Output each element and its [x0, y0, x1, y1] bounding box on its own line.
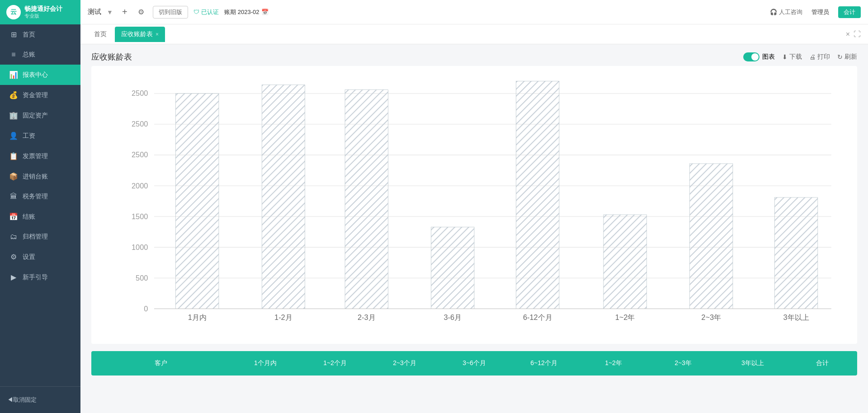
add-button[interactable]: + [118, 6, 131, 19]
sidebar-item-guide[interactable]: ▶ 新手引导 [0, 267, 80, 287]
sidebar-item-home[interactable]: ⊞ 首页 [0, 24, 80, 45]
sidebar-item-settings[interactable]: ⚙ 设置 [0, 247, 80, 267]
bar-chart: 2500 2500 2500 2000 1500 1000 500 0 1月内 [105, 75, 844, 333]
sidebar-label-home: 首页 [23, 31, 35, 39]
x-label-8: 3年以上 [783, 313, 809, 321]
settings-button[interactable]: ⚙ [135, 6, 147, 19]
headset-icon: 🎧 [770, 9, 777, 15]
tab-aging[interactable]: 应收账龄表 × [115, 27, 165, 42]
download-label: 下载 [789, 53, 802, 61]
sidebar-label-ledger: 总账 [23, 51, 35, 59]
x-label-4: 3-6月 [444, 313, 462, 321]
sidebar-item-fund[interactable]: 💰 资金管理 [0, 85, 80, 105]
cancel-fixed-button[interactable]: ◀取消固定 [0, 391, 80, 408]
sidebar-icon-closing: 📅 [9, 212, 18, 221]
chart-toggle[interactable]: 图表 [743, 52, 775, 61]
sidebar-label-fund: 资金管理 [23, 91, 48, 99]
sidebar-icon-tax: 🏛 [9, 192, 18, 201]
svg-text:0: 0 [144, 305, 148, 313]
accountant-button[interactable]: 会计 [838, 6, 861, 18]
sidebar-menu: ⊞ 首页 ≡ 总账 📊 报表中心 💰 资金管理 🏢 固定资产 👤 工资 📋 发票… [0, 24, 80, 386]
refresh-label: 刷新 [844, 53, 857, 61]
refresh-icon: ↻ [837, 53, 843, 61]
tab-aging-label: 应收账龄表 [121, 30, 153, 38]
sidebar-icon-archive: 🗂 [9, 233, 18, 241]
sidebar-icon-wage: 👤 [9, 131, 18, 140]
bar-6 [604, 215, 646, 309]
col-header-1-2m: 1~2个月 [300, 351, 370, 375]
bar-3 [345, 90, 388, 309]
print-label: 打印 [817, 53, 830, 61]
company-dropdown-icon[interactable]: ▼ [107, 9, 113, 16]
download-button[interactable]: ⬇ 下载 [782, 53, 802, 61]
calendar-icon[interactable]: 📅 [261, 9, 269, 15]
svg-text:2500: 2500 [132, 120, 148, 128]
page-header: 应收账龄表 图表 ⬇ 下载 🖨 打印 ↻ 刷新 [80, 44, 868, 66]
sidebar-item-closing[interactable]: 📅 结账 [0, 206, 80, 227]
topbar-actions: + ⚙ [118, 6, 147, 19]
sidebar-item-archive[interactable]: 🗂 归档管理 [0, 227, 80, 247]
sidebar-icon-invoice: 📋 [9, 152, 18, 160]
col-header-3-6m: 3~6个月 [439, 351, 509, 375]
sidebar-label-asset: 固定资产 [23, 112, 48, 120]
consult-button[interactable]: 🎧 人工咨询 [770, 8, 802, 16]
sidebar-label-settings: 设置 [23, 253, 35, 261]
download-icon: ⬇ [782, 53, 788, 61]
close-window-button[interactable]: × [846, 30, 850, 38]
certified-badge: 🛡 已认证 [193, 8, 219, 16]
col-header-2-3y: 2~3年 [648, 351, 718, 375]
expand-window-button[interactable]: ⛶ [854, 30, 861, 38]
company-label: 测试 [88, 8, 101, 16]
cancel-fixed-label: ◀取消固定 [7, 396, 37, 404]
sidebar-icon-report: 📊 [9, 70, 18, 79]
col-header-1-2y: 1~2年 [579, 351, 648, 375]
sidebar-item-wage[interactable]: 👤 工资 [0, 126, 80, 146]
shield-icon: 🛡 [193, 9, 199, 15]
sidebar-item-asset[interactable]: 🏢 固定资产 [0, 105, 80, 126]
period-info: 账期 2023-02 📅 [224, 8, 269, 16]
sidebar-icon-guide: ▶ [9, 273, 18, 282]
tab-home[interactable]: 首页 [88, 27, 113, 42]
sidebar-icon-sales: 📦 [9, 172, 18, 181]
bar-2 [262, 85, 305, 309]
toggle-track[interactable] [743, 52, 760, 61]
sidebar-bottom: ◀取消固定 [0, 386, 80, 413]
sidebar-label-guide: 新手引导 [23, 273, 48, 282]
refresh-button[interactable]: ↻ 刷新 [837, 53, 857, 61]
chart-label: 图表 [762, 53, 775, 61]
print-icon: 🖨 [809, 53, 816, 61]
sidebar-item-invoice[interactable]: 📋 发票管理 [0, 146, 80, 166]
sidebar-item-report[interactable]: 📊 报表中心 [0, 65, 80, 85]
tab-close-icon[interactable]: × [156, 31, 159, 38]
sidebar-label-sales: 进销台账 [23, 173, 48, 181]
toggle-thumb [751, 53, 759, 61]
svg-text:500: 500 [136, 274, 148, 282]
page-actions: 图表 ⬇ 下载 🖨 打印 ↻ 刷新 [743, 52, 857, 61]
certified-label: 已认证 [201, 8, 219, 16]
topbar: 测试 ▼ + ⚙ 切到旧版 🛡 已认证 账期 2023-02 📅 🎧 人工咨询 … [80, 0, 868, 24]
x-label-7: 2~3年 [701, 313, 721, 321]
bar-7 [690, 164, 733, 309]
sidebar-item-sales[interactable]: 📦 进销台账 [0, 166, 80, 187]
app-name: 畅捷通好会计 [24, 5, 62, 13]
manager-button[interactable]: 管理员 [808, 6, 833, 18]
old-version-button[interactable]: 切到旧版 [153, 6, 188, 19]
x-label-5: 6-12个月 [523, 313, 552, 321]
svg-text:2000: 2000 [132, 182, 148, 190]
sidebar-item-ledger[interactable]: ≡ 总账 [0, 45, 80, 65]
x-label-3: 2-3月 [358, 313, 376, 321]
period-value: 2023-02 [238, 9, 259, 15]
tabbar: 首页 应收账龄表 × × ⛶ [80, 24, 868, 44]
sidebar-label-tax: 税务管理 [23, 192, 48, 201]
sidebar-label-archive: 归档管理 [23, 233, 48, 241]
sidebar-icon-ledger: ≡ [9, 51, 18, 59]
bar-4 [431, 227, 474, 309]
col-header-total: 合计 [788, 351, 857, 375]
x-label-1: 1月内 [188, 313, 207, 321]
x-label-6: 1~2年 [615, 313, 635, 321]
sidebar-item-tax[interactable]: 🏛 税务管理 [0, 187, 80, 206]
content-area: 应收账龄表 图表 ⬇ 下载 🖨 打印 ↻ 刷新 [80, 44, 868, 413]
print-button[interactable]: 🖨 打印 [809, 53, 830, 61]
chart-area: 2500 2500 2500 2000 1500 1000 500 0 1月内 [91, 66, 857, 344]
sidebar-icon-asset: 🏢 [9, 111, 18, 120]
